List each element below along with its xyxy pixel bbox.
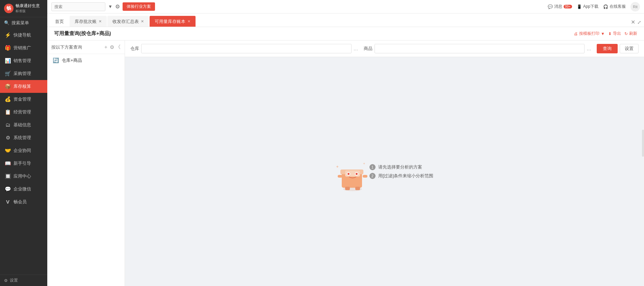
empty-tip-2: 2 用[过滤]条件来缩小分析范围 bbox=[369, 173, 433, 179]
scheme-icon: 🔄 bbox=[53, 57, 59, 63]
warehouse-input[interactable] bbox=[141, 44, 352, 53]
svg-rect-11 bbox=[355, 187, 360, 190]
sidebar: 畅 畅康通好生意 标准版 🔍 搜索菜单 ⚡ 快捷导航 🎁 营销推广 📊 销售管理… bbox=[0, 0, 47, 286]
tabs-right: ✕ ⤢ bbox=[631, 19, 641, 27]
guide-icon: 📖 bbox=[5, 160, 11, 166]
avatar: Rit bbox=[630, 2, 640, 11]
tab-available-ledger-close[interactable]: ✕ bbox=[187, 19, 190, 24]
inventory-icon: 📦 bbox=[5, 83, 11, 89]
export-btn[interactable]: ⬇ 导出 bbox=[608, 31, 621, 36]
trial-industry-btn[interactable]: 体验行业方案 bbox=[123, 2, 155, 11]
user-avatar[interactable]: Rit bbox=[630, 2, 640, 11]
warehouse-label: 仓库 bbox=[130, 46, 139, 52]
svg-rect-8 bbox=[338, 175, 342, 178]
query-btn[interactable]: 查询 bbox=[597, 44, 618, 53]
sidebar-item-shortcut[interactable]: ⚡ 快捷导航 bbox=[0, 29, 47, 42]
tab-batch-ledger-close[interactable]: ✕ bbox=[99, 19, 102, 24]
search-icon: 🔍 bbox=[4, 20, 9, 25]
collapse-panel-btn[interactable]: 《 bbox=[115, 44, 121, 50]
filter-actions: 查询 设置 bbox=[597, 44, 639, 53]
sidebar-item-system[interactable]: ⚙ 系统管理 bbox=[0, 131, 47, 144]
sidebar-item-marketing[interactable]: 🎁 营销推广 bbox=[0, 42, 47, 54]
topbar-right: 💬 消息 99+ 📱 App下载 🎧 在线客服 Rit bbox=[548, 2, 640, 11]
tip-number-1: 1 bbox=[369, 164, 376, 170]
marketing-icon: 🎁 bbox=[5, 45, 11, 51]
manage-scheme-btn[interactable]: ⚙ bbox=[110, 44, 114, 50]
coop-icon: 🤝 bbox=[5, 148, 11, 154]
sidebar-item-wechat[interactable]: 💬 企业微信 bbox=[0, 183, 47, 196]
filter-table-area: 按以下方案查询 ＋ ⚙ 《 🔄 仓库+商品 仓库 bbox=[47, 41, 644, 286]
product-more-btn[interactable]: … bbox=[587, 46, 591, 51]
svg-text:✦: ✦ bbox=[363, 162, 365, 165]
print-template-btn[interactable]: 🖨 按模板打印 ▼ bbox=[574, 31, 605, 36]
refresh-btn[interactable]: ↻ 刷新 bbox=[624, 31, 637, 36]
svg-point-7 bbox=[356, 173, 358, 175]
sidebar-item-basic[interactable]: 🗂 基础信息 bbox=[0, 119, 47, 131]
warehouse-filter-field: 仓库 … bbox=[130, 44, 358, 53]
svg-point-6 bbox=[347, 173, 350, 175]
sidebar-bottom[interactable]: ⚙ 设置 bbox=[0, 275, 47, 286]
filter-bar: 仓库 … 商品 … 查询 设置 bbox=[125, 41, 644, 57]
sidebar-item-purchase[interactable]: 🛒 采购管理 bbox=[0, 67, 47, 80]
message-badge: 99+ bbox=[564, 5, 572, 8]
search-menu-btn[interactable]: 🔍 搜索菜单 bbox=[0, 17, 47, 29]
message-btn[interactable]: 💬 消息 99+ bbox=[548, 4, 572, 9]
export-icon: ⬇ bbox=[608, 31, 612, 36]
page-header: 可用量查询(按仓库+商品) 🖨 按模板打印 ▼ ⬇ 导出 ↻ 刷新 bbox=[47, 27, 644, 41]
tab-batch-ledger[interactable]: 库存批次账 ✕ bbox=[70, 16, 107, 27]
app-download-btn[interactable]: 📱 App下载 bbox=[577, 4, 598, 9]
logo-text: 畅康通好生意 标准版 bbox=[16, 3, 40, 14]
content-area: 可用量查询(按仓库+商品) 🖨 按模板打印 ▼ ⬇ 导出 ↻ 刷新 bbox=[47, 27, 644, 286]
tab-receive-summary[interactable]: 收发存汇总表 ✕ bbox=[107, 16, 149, 27]
tip-number-2: 2 bbox=[369, 173, 376, 179]
filter-settings-btn[interactable]: 设置 bbox=[620, 44, 639, 53]
online-service-btn[interactable]: 🎧 在线客服 bbox=[603, 4, 626, 9]
tabs-close-all-btn[interactable]: ✕ bbox=[631, 19, 635, 25]
sidebar-item-operation[interactable]: 📋 经营管理 bbox=[0, 106, 47, 119]
sidebar-item-apps[interactable]: 🔲 应用中心 bbox=[0, 170, 47, 183]
system-icon: ⚙ bbox=[5, 135, 11, 141]
tabs-bar: 首页 库存批次账 ✕ 收发存汇总表 ✕ 可用量库存账本 ✕ ✕ ⤢ bbox=[47, 14, 644, 27]
topbar-dropdown-btn[interactable]: ▼ bbox=[108, 4, 112, 9]
scheme-item-warehouse-product[interactable]: 🔄 仓库+商品 bbox=[47, 54, 125, 67]
left-panel-header-actions: ＋ ⚙ 《 bbox=[103, 44, 121, 50]
sidebar-nav: ⚡ 快捷导航 🎁 营销推广 📊 销售管理 🛒 采购管理 📦 库存核算 💰 资金管… bbox=[0, 29, 47, 275]
svg-text:✦: ✦ bbox=[336, 164, 339, 169]
sidebar-item-sales[interactable]: 📊 销售管理 bbox=[0, 54, 47, 67]
add-scheme-btn[interactable]: ＋ bbox=[103, 44, 108, 50]
print-dropdown-icon: ▼ bbox=[601, 31, 605, 36]
tabs-expand-btn[interactable]: ⤢ bbox=[637, 20, 641, 25]
svg-rect-10 bbox=[345, 187, 350, 190]
sidebar-item-guide[interactable]: 📖 新手引导 bbox=[0, 157, 47, 170]
refresh-icon: ↻ bbox=[624, 31, 628, 36]
product-label: 商品 bbox=[364, 46, 372, 52]
sidebar-item-coop[interactable]: 🤝 企业协同 bbox=[0, 144, 47, 157]
svg-rect-9 bbox=[363, 175, 367, 178]
finance-icon: 💰 bbox=[5, 96, 11, 102]
page-header-actions: 🖨 按模板打印 ▼ ⬇ 导出 ↻ 刷新 bbox=[574, 31, 637, 36]
product-filter-field: 商品 … bbox=[364, 44, 592, 53]
sidebar-item-inventory[interactable]: 📦 库存核算 bbox=[0, 80, 47, 93]
apps-icon: 🔲 bbox=[5, 173, 11, 179]
left-panel-header: 按以下方案查询 ＋ ⚙ 《 bbox=[47, 41, 125, 54]
sidebar-item-finance[interactable]: 💰 资金管理 bbox=[0, 93, 47, 106]
print-icon: 🖨 bbox=[574, 31, 578, 36]
message-icon: 💬 bbox=[548, 4, 553, 9]
tab-receive-summary-close[interactable]: ✕ bbox=[141, 19, 144, 24]
empty-state: ✦ ✦ 1 请先选择要分析的方案 2 用[过滤]条件来缩小分析范围 bbox=[125, 57, 644, 286]
empty-state-visual: ✦ ✦ 1 请先选择要分析的方案 2 用[过滤]条件来缩小分析范围 bbox=[336, 158, 433, 185]
phone-icon: 📱 bbox=[577, 4, 582, 9]
product-input[interactable] bbox=[375, 44, 585, 53]
sales-icon: 📊 bbox=[5, 58, 11, 64]
wechat-icon: 💬 bbox=[5, 186, 11, 192]
tab-home[interactable]: 首页 bbox=[50, 16, 69, 27]
warehouse-more-btn[interactable]: … bbox=[354, 46, 358, 51]
sidebar-item-member[interactable]: V 畅会员 bbox=[0, 196, 47, 208]
topbar-gear-btn[interactable]: ⚙ bbox=[115, 3, 120, 10]
page-title: 可用量查询(按仓库+商品) bbox=[54, 30, 111, 37]
main-area: ▼ ⚙ 体验行业方案 💬 消息 99+ 📱 App下载 🎧 在线客服 Rit bbox=[47, 0, 644, 286]
tab-available-ledger[interactable]: 可用量库存账本 ✕ bbox=[150, 16, 196, 27]
right-panel: 仓库 … 商品 … 查询 设置 bbox=[125, 41, 644, 286]
topbar-search-input[interactable] bbox=[51, 2, 105, 11]
left-panel: 按以下方案查询 ＋ ⚙ 《 🔄 仓库+商品 bbox=[47, 41, 125, 286]
